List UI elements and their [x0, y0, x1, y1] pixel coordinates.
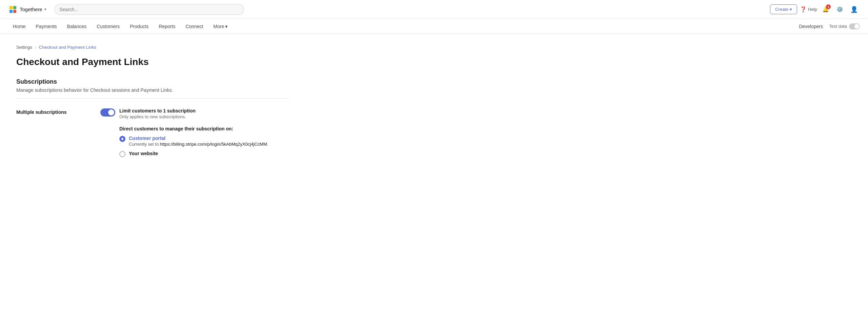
create-label: Create: [775, 7, 788, 12]
notification-badge: 1: [826, 4, 831, 9]
help-icon: ❓: [800, 6, 807, 13]
nav-item-developers[interactable]: Developers: [794, 21, 828, 32]
radio-customer-portal-sub: Currently set to https://billing.stripe.…: [129, 142, 268, 147]
setting-content: Limit customers to 1 subscription Only a…: [100, 108, 289, 161]
nav-item-customers[interactable]: Customers: [92, 21, 124, 32]
user-icon: 👤: [850, 6, 858, 13]
nav: Home Payments Balances Customers Product…: [0, 19, 868, 34]
header-right: Create ▾ ❓ Help 🔔 1 ⚙️ 👤: [770, 4, 860, 15]
nav-item-more[interactable]: More ▾: [209, 21, 232, 32]
settings-icon-button[interactable]: ⚙️: [834, 4, 846, 15]
notifications-button[interactable]: 🔔 1: [820, 4, 831, 15]
header: Togethere ▾ Create ▾ ❓ Help 🔔 1 ⚙️ 👤: [0, 0, 868, 19]
help-button[interactable]: ❓ Help: [800, 6, 817, 13]
breadcrumb-current: Checkout and Payment Links: [39, 45, 96, 50]
svg-rect-4: [13, 10, 16, 13]
svg-rect-1: [9, 6, 13, 9]
setting-row-multiple-subscriptions: Multiple subscriptions Limit customers t…: [16, 108, 289, 161]
limit-subscriptions-toggle[interactable]: [100, 108, 115, 117]
nav-right: Developers Test data: [794, 21, 860, 32]
customer-portal-link[interactable]: https://billing.stripe.com/p/login/5kAbM…: [160, 142, 267, 147]
nav-item-connect[interactable]: Connect: [181, 21, 208, 32]
radio-option-your-website: Your website: [119, 151, 289, 157]
search-input[interactable]: [54, 4, 244, 15]
create-button[interactable]: Create ▾: [770, 4, 797, 14]
breadcrumb: Settings › Checkout and Payment Links: [16, 45, 289, 50]
svg-rect-3: [9, 10, 13, 13]
toggle-text-block: Limit customers to 1 subscription Only a…: [119, 108, 196, 119]
help-label: Help: [808, 7, 817, 12]
test-data-label: Test data: [829, 24, 847, 29]
radio-option-customer-portal: Customer portal Currently set to https:/…: [119, 136, 289, 147]
radio-customer-portal-label[interactable]: Customer portal: [129, 136, 268, 141]
setting-label-multiple-subscriptions: Multiple subscriptions: [16, 108, 84, 115]
section-desc: Manage subscriptions behavior for Checko…: [16, 87, 289, 93]
logo-area[interactable]: Togethere ▾: [8, 5, 49, 14]
section-divider: [16, 98, 289, 99]
nav-item-payments[interactable]: Payments: [31, 21, 61, 32]
svg-rect-0: [8, 5, 18, 14]
radio-your-website-text: Your website: [129, 151, 158, 156]
nav-item-reports[interactable]: Reports: [154, 21, 180, 32]
radio-customer-portal-text: Customer portal Currently set to https:/…: [129, 136, 268, 147]
section-title: Subscriptions: [16, 78, 289, 85]
svg-rect-2: [13, 6, 16, 9]
nav-left: Home Payments Balances Customers Product…: [8, 21, 794, 32]
test-data-switch[interactable]: [849, 23, 860, 29]
toggle-sub-text: Only applies to new subscriptions.: [119, 114, 196, 119]
search-bar: [54, 4, 244, 15]
nav-item-products[interactable]: Products: [125, 21, 153, 32]
more-chevron-icon: ▾: [225, 24, 228, 29]
create-chevron-icon: ▾: [790, 7, 792, 12]
breadcrumb-chevron-icon: ›: [35, 45, 36, 49]
radio-your-website-label[interactable]: Your website: [129, 151, 158, 156]
logo-icon: [8, 5, 18, 14]
logo-chevron-icon: ▾: [44, 7, 46, 12]
toggle-row: Limit customers to 1 subscription Only a…: [100, 108, 289, 119]
radio-your-website-button[interactable]: [119, 151, 125, 157]
more-label: More: [213, 24, 224, 29]
toggle-main-text: Limit customers to 1 subscription: [119, 108, 196, 113]
profile-button[interactable]: 👤: [848, 4, 860, 15]
page-title: Checkout and Payment Links: [16, 57, 289, 67]
test-data-toggle: Test data: [829, 23, 860, 29]
radio-customer-portal-button[interactable]: [119, 136, 125, 142]
nav-item-balances[interactable]: Balances: [62, 21, 92, 32]
radio-group-label: Direct customers to manage their subscri…: [119, 126, 289, 131]
gear-icon: ⚙️: [836, 6, 843, 13]
breadcrumb-settings-link[interactable]: Settings: [16, 45, 32, 50]
app-name: Togethere: [20, 6, 42, 12]
main-content: Settings › Checkout and Payment Links Ch…: [0, 34, 305, 172]
nav-item-home[interactable]: Home: [8, 21, 30, 32]
